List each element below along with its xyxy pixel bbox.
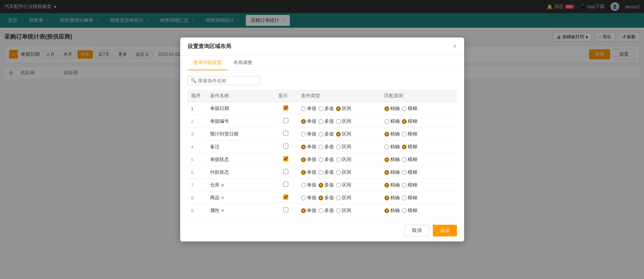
table-body: 1单据日期单值多值区间精确模糊2单据编号单值多值区间精确模糊3预计到货日期单值多… [187, 102, 457, 214]
type-option-单值[interactable]: 单值 [301, 169, 316, 176]
type-option-多值[interactable]: 多值 [319, 156, 334, 163]
order-num: 3 [191, 131, 194, 137]
table-row: 3预计到货日期单值多值区间精确模糊 [187, 128, 457, 141]
match-option-模糊[interactable]: 模糊 [402, 118, 417, 125]
dialog: 设置查询区域布局 × 查询字段设置 布局调整 🔍 [180, 38, 464, 241]
row-order-2: 2 [187, 115, 206, 128]
match-option-模糊[interactable]: 模糊 [402, 194, 417, 201]
type-option-多值[interactable]: 多值 [319, 131, 334, 137]
display-checkbox-9[interactable] [283, 207, 288, 212]
type-option-多值[interactable]: 多值 [319, 144, 334, 150]
row-order-9: 9 [187, 204, 206, 214]
display-checkbox-6[interactable] [283, 169, 288, 174]
match-option-模糊[interactable]: 模糊 [402, 105, 417, 112]
type-option-区间[interactable]: 区间 [336, 144, 351, 150]
display-checkbox-4[interactable] [283, 144, 288, 149]
type-option-单值[interactable]: 单值 [301, 194, 316, 201]
order-num: 7 [191, 182, 194, 188]
match-radio-group-1: 精确模糊 [384, 105, 453, 112]
match-option-精确[interactable]: 精确 [384, 131, 400, 137]
type-option-单值[interactable]: 单值 [301, 144, 316, 150]
dialog-body: 🔍 顺序 条件名称 显示 条件类型 匹配原则 [180, 70, 464, 219]
display-checkbox-7[interactable] [283, 182, 288, 187]
dialog-close-button[interactable]: × [453, 43, 457, 50]
match-option-精确[interactable]: 精确 [384, 194, 400, 201]
display-checkbox-2[interactable] [283, 118, 288, 123]
match-radio-group-4: 精确模糊 [384, 144, 453, 150]
th-order: 顺序 [187, 90, 206, 102]
type-option-区间[interactable]: 区间 [336, 105, 351, 112]
match-option-模糊[interactable]: 模糊 [402, 156, 417, 163]
match-option-精确[interactable]: 精确 [384, 118, 400, 125]
row-display-4 [274, 141, 297, 152]
type-option-单值[interactable]: 单值 [301, 118, 316, 125]
row-display-3 [274, 128, 297, 139]
dialog-tab-query-fields[interactable]: 查询字段设置 [187, 56, 228, 70]
row-match-7: 精确模糊 [381, 179, 457, 192]
type-option-区间[interactable]: 区间 [336, 207, 351, 213]
match-option-模糊[interactable]: 模糊 [402, 207, 417, 213]
row-type-7: 单值多值区间 [297, 179, 381, 192]
conditions-table: 顺序 条件名称 显示 条件类型 匹配原则 1单据日期单值多值区间精确模糊2单据编… [187, 90, 457, 213]
match-radio-group-9: 精确模糊 [384, 207, 453, 213]
row-name-1: 单据日期 [206, 102, 275, 115]
display-checkbox-3[interactable] [283, 131, 288, 136]
match-option-精确[interactable]: 精确 [384, 156, 400, 163]
table-row: 5单据状态单值多值区间精确模糊 [187, 153, 457, 166]
type-option-区间[interactable]: 区间 [336, 118, 351, 125]
row-name-5: 单据状态 [206, 153, 275, 166]
row-name-6: 付款状态 [206, 166, 275, 179]
type-option-单值[interactable]: 单值 [301, 207, 316, 213]
row-type-2: 单值多值区间 [297, 115, 381, 128]
display-checkbox-1[interactable] [283, 105, 288, 110]
type-option-区间[interactable]: 区间 [336, 131, 351, 137]
type-option-多值[interactable]: 多值 [319, 182, 334, 188]
type-option-区间[interactable]: 区间 [336, 156, 351, 163]
type-radio-group-1: 单值多值区间 [301, 105, 377, 112]
row-display-6 [274, 166, 297, 177]
match-option-精确[interactable]: 精确 [384, 169, 400, 176]
order-num: 2 [191, 119, 194, 124]
order-num: 6 [191, 170, 194, 175]
type-option-多值[interactable]: 多值 [319, 194, 334, 201]
table-row: 9属性 ∨单值多值区间精确模糊 [187, 204, 457, 214]
match-option-模糊[interactable]: 模糊 [402, 131, 417, 137]
table-row: 2单据编号单值多值区间精确模糊 [187, 115, 457, 128]
conditions-table-scroll: 顺序 条件名称 显示 条件类型 匹配原则 1单据日期单值多值区间精确模糊2单据编… [187, 90, 457, 213]
type-option-区间[interactable]: 区间 [336, 194, 351, 201]
match-option-模糊[interactable]: 模糊 [402, 182, 417, 188]
display-checkbox-5[interactable] [283, 156, 288, 161]
match-option-精确[interactable]: 精确 [384, 182, 400, 188]
type-option-多值[interactable]: 多值 [319, 207, 334, 213]
type-option-区间[interactable]: 区间 [336, 169, 351, 176]
type-option-区间[interactable]: 区间 [336, 182, 351, 188]
type-option-单值[interactable]: 单值 [301, 105, 316, 112]
match-radio-group-8: 精确模糊 [384, 194, 453, 201]
save-button[interactable]: 保存 [433, 225, 457, 236]
row-name-3: 预计到货日期 [206, 128, 275, 141]
type-radio-group-4: 单值多值区间 [301, 144, 377, 150]
match-radio-group-7: 精确模糊 [384, 182, 453, 188]
dialog-tab-layout[interactable]: 布局调整 [228, 56, 258, 70]
type-option-多值[interactable]: 多值 [319, 105, 334, 112]
table-row: 7仓库 ∨单值多值区间精确模糊 [187, 179, 457, 192]
cancel-button[interactable]: 取消 [404, 225, 429, 236]
match-option-精确[interactable]: 精确 [384, 105, 400, 112]
type-option-多值[interactable]: 多值 [319, 118, 334, 125]
match-option-模糊[interactable]: 模糊 [402, 144, 417, 150]
search-icon: 🔍 [191, 78, 197, 83]
match-option-精确[interactable]: 精确 [384, 207, 400, 213]
row-match-4: 精确模糊 [381, 141, 457, 153]
display-checkbox-8[interactable] [283, 194, 288, 200]
type-option-单值[interactable]: 单值 [301, 156, 316, 163]
order-num: 1 [191, 106, 194, 111]
match-option-精确[interactable]: 精确 [384, 144, 400, 150]
type-option-单值[interactable]: 单值 [301, 182, 316, 188]
order-num: 9 [191, 208, 194, 213]
type-radio-group-9: 单值多值区间 [301, 207, 377, 213]
match-option-模糊[interactable]: 模糊 [402, 169, 417, 176]
table-row: 1单据日期单值多值区间精确模糊 [187, 102, 457, 115]
type-option-单值[interactable]: 单值 [301, 131, 316, 137]
search-input[interactable] [198, 78, 256, 83]
type-option-多值[interactable]: 多值 [319, 169, 334, 176]
